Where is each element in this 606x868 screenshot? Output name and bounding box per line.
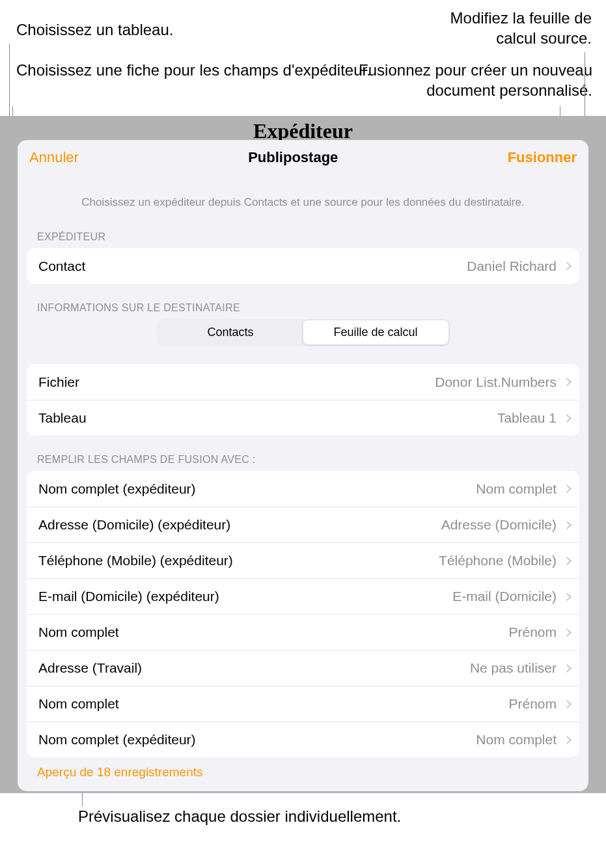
fill-group: Nom complet (expéditeur)Nom completAdres… <box>27 471 579 757</box>
merge-field-value: Prénom <box>508 696 570 712</box>
callout-preview: Prévisualisez chaque dossier individuell… <box>78 806 401 826</box>
merge-field-value: Adresse (Domicile) <box>441 517 570 533</box>
panel-title: Publipostage <box>248 149 338 166</box>
merge-field-row[interactable]: Nom completPrénom <box>27 686 579 721</box>
table-label: Tableau <box>38 410 87 426</box>
segment-spreadsheet[interactable]: Feuille de calcul <box>303 320 448 344</box>
preview-records-link[interactable]: Aperçu de 18 enregistrements <box>18 757 588 787</box>
merge-field-value: Ne pas utiliser <box>470 660 570 676</box>
merge-field-value: Téléphone (Mobile) <box>439 553 570 568</box>
sender-section-header: Expéditeur <box>18 225 588 248</box>
merge-field-label: Nom complet (expéditeur) <box>38 481 196 497</box>
chevron-right-icon <box>563 593 572 601</box>
fill-section-header: Remplir les champs de fusion avec : <box>18 436 588 471</box>
contact-value: Daniel Richard <box>467 259 570 274</box>
chevron-right-icon <box>563 262 572 270</box>
merge-field-label: Nom complet <box>38 696 119 712</box>
merge-field-value: Nom complet <box>476 481 570 497</box>
table-value: Tableau 1 <box>497 410 570 426</box>
merge-field-value: E-mail (Domicile) <box>452 589 570 604</box>
panel-subtitle: Choisissez un expéditeur depuis Contacts… <box>18 173 588 225</box>
table-row[interactable]: Tableau Tableau 1 <box>27 400 579 436</box>
chevron-right-icon <box>563 557 572 565</box>
merge-field-row[interactable]: Nom completPrénom <box>27 614 579 650</box>
chevron-right-icon <box>563 414 572 423</box>
file-row[interactable]: Fichier Donor List.Numbers <box>27 364 579 400</box>
mail-merge-panel: Annuler Publipostage Fusionner Choisisse… <box>18 140 588 791</box>
merge-field-value: Nom complet <box>476 732 570 748</box>
merge-field-label: Nom complet <box>38 624 119 640</box>
file-label: Fichier <box>38 374 79 390</box>
panel-header: Annuler Publipostage Fusionner <box>18 140 588 173</box>
merge-field-label: Adresse (Domicile) (expéditeur) <box>38 517 230 533</box>
callout-choose-table: Choisissez un tableau. <box>16 20 173 40</box>
merge-field-row[interactable]: Adresse (Travail)Ne pas utiliser <box>27 650 579 686</box>
chevron-right-icon <box>563 700 572 708</box>
source-group: Fichier Donor List.Numbers Tableau Table… <box>27 364 579 436</box>
chevron-right-icon <box>563 378 572 386</box>
merge-field-label: Adresse (Travail) <box>38 660 142 676</box>
recipient-source-segmented: Contacts Feuille de calcul <box>157 319 450 346</box>
merge-field-label: Nom complet (expéditeur) <box>38 732 196 748</box>
contact-row[interactable]: Contact Daniel Richard <box>27 248 579 284</box>
chevron-right-icon <box>563 664 572 673</box>
merge-field-row[interactable]: Adresse (Domicile) (expéditeur)Adresse (… <box>27 507 579 542</box>
leader-line <box>82 793 83 806</box>
file-value: Donor List.Numbers <box>435 374 570 390</box>
document-title-behind: Expéditeur <box>0 116 606 143</box>
merge-field-row[interactable]: Téléphone (Mobile) (expéditeur)Téléphone… <box>27 542 579 578</box>
chevron-right-icon <box>563 521 572 529</box>
callout-modify-source: Modifiez la feuille de calcul source. <box>429 8 592 48</box>
merge-button[interactable]: Fusionner <box>508 149 577 166</box>
contact-label: Contact <box>38 259 85 274</box>
chevron-right-icon <box>563 484 572 493</box>
segment-contacts[interactable]: Contacts <box>158 320 303 344</box>
merge-field-label: E-mail (Domicile) (expéditeur) <box>38 589 219 604</box>
callout-merge-create: Fusionnez pour créer un nouveau document… <box>309 60 592 100</box>
merge-field-row[interactable]: Nom complet (expéditeur)Nom complet <box>27 721 579 757</box>
merge-field-value: Prénom <box>508 624 570 640</box>
sender-group: Contact Daniel Richard <box>27 248 579 284</box>
cancel-button[interactable]: Annuler <box>29 149 79 166</box>
chevron-right-icon <box>563 628 572 637</box>
merge-field-row[interactable]: Nom complet (expéditeur)Nom complet <box>27 471 579 507</box>
merge-field-label: Téléphone (Mobile) (expéditeur) <box>38 553 233 568</box>
merge-field-row[interactable]: E-mail (Domicile) (expéditeur)E-mail (Do… <box>27 578 579 614</box>
chevron-right-icon <box>563 736 572 744</box>
recipient-section-header: Informations sur le destinataire <box>18 284 588 319</box>
